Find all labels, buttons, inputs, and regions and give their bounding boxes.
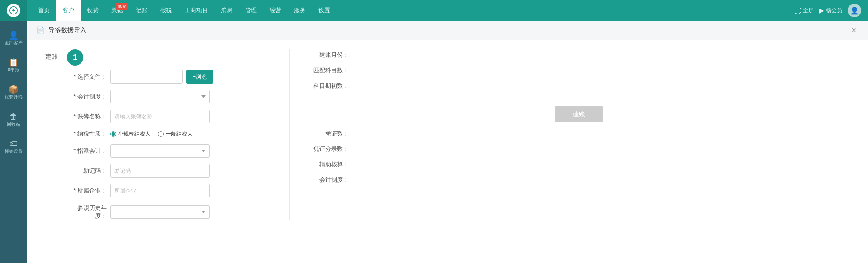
voucher-entries-row: 凭证分录数：: [308, 145, 850, 153]
main-layout: 👤 全部客户 📋 0申报 📦 账套迁移 🗑 回收站 🏷 标签设置 📄 导: [0, 21, 868, 263]
dialog-body: 建账 1 * 选择文件： +浏览 * 会计制度：: [27, 40, 868, 229]
recycle-icon: 🗑: [9, 113, 18, 121]
sidebar-item-tags[interactable]: 🏷 标签设置: [1, 134, 26, 159]
nav-item-customers[interactable]: 客户: [56, 0, 81, 21]
tags-icon: 🏷: [9, 140, 18, 148]
form-section: * 选择文件： +浏览 * 会计制度：: [71, 70, 280, 220]
build-month-label: 建账月份：: [308, 51, 349, 59]
tax-radio-group: 小规模纳税人 一般纳税人: [110, 130, 193, 138]
declarations-icon: 📋: [9, 58, 19, 66]
match-subjects-label: 匹配科目数：: [308, 66, 349, 75]
sidebar-item-migration[interactable]: 📦 账套迁移: [1, 80, 26, 105]
ledger-name-row: * 账簿名称：: [71, 110, 280, 123]
dialog-header: 📄 导爷数据导入 ×: [27, 21, 868, 40]
voucher-entries-label: 凭证分录数：: [308, 145, 349, 153]
company-label: * 所属企业：: [71, 187, 107, 195]
tax-small-radio[interactable]: [110, 131, 116, 137]
nav-right: ⛶ 全屏 ▶ 畅会员 👤: [794, 4, 868, 17]
aux-accounting-label: 辅助核算：: [308, 160, 349, 169]
accounting-system-row: 会计制度：: [308, 176, 850, 184]
nav-item-invoices[interactable]: 票据 new: [105, 0, 129, 21]
tax-general-label[interactable]: 一般纳税人: [158, 130, 193, 138]
fullscreen-btn[interactable]: ⛶ 全屏: [794, 7, 814, 14]
nav-item-messages[interactable]: 消息: [214, 0, 239, 21]
vip-icon: ▶: [819, 7, 824, 14]
all-customers-icon: 👤: [9, 31, 19, 39]
sidebar-item-declarations[interactable]: 📋 0申报: [1, 52, 26, 78]
ledger-name-label: * 账簿名称：: [71, 113, 107, 121]
fullscreen-icon: ⛶: [794, 7, 801, 14]
logo-area: [0, 0, 27, 21]
top-nav: 首页 客户 收费 票据 new 记账 报税 工商项目 消息 管理 经营 服务 设…: [0, 0, 868, 21]
sidebar: 👤 全部客户 📋 0申报 📦 账套迁移 🗑 回收站 🏷 标签设置: [0, 21, 27, 263]
migration-icon: 📦: [9, 85, 19, 94]
tax-small-label[interactable]: 小规模纳税人: [110, 130, 151, 138]
dialog-panel: 📄 导爷数据导入 × 建账 1: [27, 21, 868, 263]
company-input[interactable]: [110, 184, 210, 197]
memo-code-label: 助记码：: [71, 167, 107, 175]
sidebar-item-recycle[interactable]: 🗑 回收站: [1, 107, 26, 132]
nav-item-services[interactable]: 服务: [288, 0, 312, 21]
close-button[interactable]: ×: [849, 25, 859, 35]
content-area: 📄 导爷数据导入 × 建账 1: [27, 21, 868, 263]
subject-initial-row: 科目期初数：: [308, 82, 850, 90]
build-month-row: 建账月份：: [308, 51, 850, 59]
nav-item-admin[interactable]: 管理: [239, 0, 263, 21]
accounting-select[interactable]: [110, 90, 210, 103]
file-label: * 选择文件：: [71, 73, 107, 81]
import-icon: 📄: [36, 26, 45, 34]
accountant-select[interactable]: [110, 144, 210, 158]
accountant-label: * 指派会计：: [71, 147, 107, 155]
ledger-name-input[interactable]: [110, 110, 210, 123]
accounting-label: * 会计制度：: [71, 93, 107, 101]
company-row: * 所属企业：: [71, 184, 280, 197]
nav-item-operations[interactable]: 经营: [263, 0, 288, 21]
ref-year-select[interactable]: [110, 205, 210, 219]
memo-code-row: 助记码：: [71, 164, 280, 178]
dialog-title: 📄 导爷数据导入: [36, 26, 86, 34]
nav-item-bookkeeping[interactable]: 记账: [129, 0, 154, 21]
accountant-row: * 指派会计：: [71, 144, 280, 158]
memo-code-input[interactable]: [110, 164, 210, 178]
step-circle: 1: [67, 49, 83, 66]
nav-item-tax[interactable]: 报税: [154, 0, 178, 21]
sidebar-item-all-customers[interactable]: 👤 全部客户: [1, 25, 26, 51]
new-badge: new: [116, 3, 128, 10]
avatar[interactable]: 👤: [848, 4, 861, 17]
nav-item-bizreg[interactable]: 工商项目: [178, 0, 214, 21]
step-area: 建账 1: [45, 49, 280, 66]
ref-year-label: 参照历史年度：: [71, 204, 107, 220]
avatar-icon: 👤: [850, 6, 859, 15]
accounting-system-label: 会计制度：: [308, 176, 349, 184]
subject-initial-label: 科目期初数：: [308, 82, 349, 90]
ref-year-row: 参照历史年度：: [71, 204, 280, 220]
file-row: * 选择文件： +浏览: [71, 70, 280, 84]
form-right: 建账月份： 匹配科目数： 科目期初数： 建账: [290, 49, 850, 220]
nav-item-home[interactable]: 首页: [32, 0, 56, 21]
aux-accounting-row: 辅助核算：: [308, 160, 850, 169]
vip-btn[interactable]: ▶ 畅会员: [819, 7, 842, 14]
tax-general-radio[interactable]: [158, 131, 164, 137]
accounting-row: * 会计制度：: [71, 90, 280, 103]
vouchers-label: 凭证数：: [308, 130, 349, 138]
build-button[interactable]: 建账: [555, 106, 603, 122]
build-btn-area: 建账: [308, 106, 850, 122]
logo-icon: [7, 4, 20, 17]
tax-type-label: * 纳税性质：: [71, 130, 107, 138]
step-label: 建账: [45, 49, 58, 61]
tax-type-row: * 纳税性质： 小规模纳税人 一般纳税人: [71, 130, 280, 138]
nav-items: 首页 客户 收费 票据 new 记账 报税 工商项目 消息 管理 经营 服务 设…: [27, 0, 794, 21]
match-subjects-row: 匹配科目数：: [308, 66, 850, 75]
nav-item-fees[interactable]: 收费: [81, 0, 105, 21]
form-left: 建账 1 * 选择文件： +浏览 * 会计制度：: [45, 49, 280, 220]
browse-button[interactable]: +浏览: [186, 70, 213, 84]
file-input[interactable]: [110, 70, 183, 84]
vouchers-row: 凭证数：: [308, 130, 850, 138]
nav-item-settings[interactable]: 设置: [312, 0, 337, 21]
